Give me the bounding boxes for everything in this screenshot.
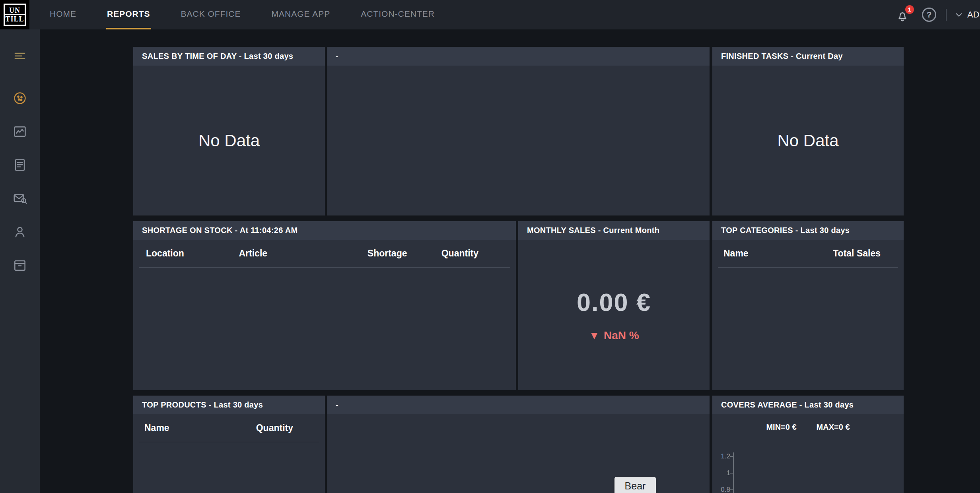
nav-action-center[interactable]: ACTION-CENTER <box>360 0 436 29</box>
panel-monthly-sales-title: MONTHLY SALES - Current Month <box>518 221 710 240</box>
nav-reports[interactable]: REPORTS <box>106 0 151 29</box>
topbar-divider <box>946 9 947 21</box>
monthly-sales-value: 0.00 € <box>577 288 651 316</box>
hamburger-icon <box>13 49 27 63</box>
nav-back-office[interactable]: BACK OFFICE <box>180 0 242 29</box>
panel-top-products: TOP PRODUCTS - Last 30 days Name Quantit… <box>133 396 325 493</box>
panel-monthly-sales: MONTHLY SALES - Current Month 0.00 € ▼ N… <box>518 221 710 390</box>
untill-logo[interactable]: UN TILL <box>0 0 29 29</box>
column-header-shortage: Shortage <box>350 248 417 259</box>
topbar-right-cluster: 1 ? AD <box>896 0 980 29</box>
left-sidebar <box>0 29 40 493</box>
nav-manage-app[interactable]: MANAGE APP <box>271 0 331 29</box>
notification-badge: 1 <box>905 5 914 14</box>
column-header-quantity: Quantity <box>229 423 319 433</box>
panel-finished-tasks-title: FINISHED TASKS - Current Day <box>712 47 904 66</box>
covers-minmax-row: MIN=0 € MAX=0 € <box>712 423 904 432</box>
panel-sales-by-time-title: SALES BY TIME OF DAY - Last 30 days <box>133 47 325 66</box>
logo-line2: TILL <box>4 14 25 23</box>
panel-covers-average: COVERS AVERAGE - Last 30 days MIN=0 € MA… <box>712 396 904 493</box>
panel-untitled-top: - <box>327 47 710 215</box>
document-list-icon <box>12 157 27 173</box>
sidebar-item-clients[interactable] <box>12 224 27 239</box>
covers-min-label: MIN=0 € <box>766 423 796 432</box>
dashboard-app: UN TILL HOME REPORTS BACK OFFICE MANAGE … <box>0 0 980 493</box>
column-header-total-sales: Total Sales <box>808 248 898 259</box>
main-nav: HOME REPORTS BACK OFFICE MANAGE APP ACTI… <box>49 0 465 29</box>
panel-covers-average-title: COVERS AVERAGE - Last 30 days <box>712 396 904 414</box>
panel-untitled-bottom-title: - <box>327 396 710 414</box>
covers-max-label: MAX=0 € <box>817 423 850 432</box>
logo-line1: UN <box>9 6 20 14</box>
y-tick-1: 1 <box>712 469 730 477</box>
chart-report-icon <box>12 124 27 139</box>
envelope-magnifier-icon <box>12 191 27 206</box>
panel-top-categories-title: TOP CATEGORIES - Last 30 days <box>712 221 904 240</box>
sidebar-item-stock[interactable] <box>12 258 27 273</box>
panel-untitled-top-title: - <box>327 47 710 66</box>
sidebar-item-sales-reports[interactable] <box>12 124 27 139</box>
panel-untitled-bottom: - Bear <box>327 396 710 493</box>
user-menu-chevron[interactable] <box>953 9 965 21</box>
user-menu-label[interactable]: AD <box>967 10 980 20</box>
panel-sales-by-time: SALES BY TIME OF DAY - Last 30 days No D… <box>133 47 325 215</box>
sidebar-item-mail-search[interactable] <box>12 191 27 206</box>
person-icon <box>12 224 27 239</box>
shortage-table-header: Location Article Shortage Quantity <box>139 240 510 268</box>
column-header-location: Location <box>139 248 232 259</box>
finished-tasks-empty-state: No Data <box>712 66 904 215</box>
y-tick-0-8: 0.8 <box>712 486 730 493</box>
top-products-table-header: Name Quantity <box>139 414 319 442</box>
top-navigation-bar: UN TILL HOME REPORTS BACK OFFICE MANAGE … <box>0 0 980 29</box>
column-header-article: Article <box>232 248 351 259</box>
y-tick-1-2: 1.2 <box>712 452 730 460</box>
untill-logo-box: UN TILL <box>4 4 26 26</box>
panel-shortage-on-stock: SHORTAGE ON STOCK - At 11:04:26 AM Locat… <box>133 221 516 390</box>
panel-top-categories: TOP CATEGORIES - Last 30 days Name Total… <box>712 221 904 390</box>
column-header-name: Name <box>718 248 808 259</box>
help-button[interactable]: ? <box>922 8 936 22</box>
sidebar-menu-toggle[interactable] <box>13 49 27 64</box>
help-question-mark: ? <box>927 10 932 19</box>
delta-percent-text: NaN % <box>604 329 639 342</box>
cookie-dashboard-icon <box>12 91 27 106</box>
y-axis-line <box>733 452 734 493</box>
chevron-down-icon <box>954 10 964 20</box>
sales-by-time-empty-state: No Data <box>133 66 325 215</box>
column-header-name: Name <box>139 423 229 433</box>
panel-untitled-top-body <box>327 66 710 215</box>
notifications-button[interactable]: 1 <box>896 6 912 23</box>
chart-tooltip-bear: Bear <box>614 477 656 493</box>
delta-down-arrow-icon: ▼ <box>589 329 600 342</box>
archive-box-icon <box>12 258 27 273</box>
panel-finished-tasks: FINISHED TASKS - Current Day No Data <box>712 47 904 215</box>
sidebar-item-dashboard[interactable] <box>12 91 27 106</box>
column-header-quantity: Quantity <box>417 248 510 259</box>
covers-chart-y-axis: 1.2 1 0.8 <box>712 448 904 493</box>
sidebar-item-documents[interactable] <box>12 157 27 173</box>
panel-top-products-title: TOP PRODUCTS - Last 30 days <box>133 396 325 414</box>
panel-shortage-title: SHORTAGE ON STOCK - At 11:04:26 AM <box>133 221 516 240</box>
top-categories-table-header: Name Total Sales <box>718 240 898 268</box>
nav-home[interactable]: HOME <box>49 0 77 29</box>
monthly-sales-delta: ▼ NaN % <box>589 329 639 342</box>
